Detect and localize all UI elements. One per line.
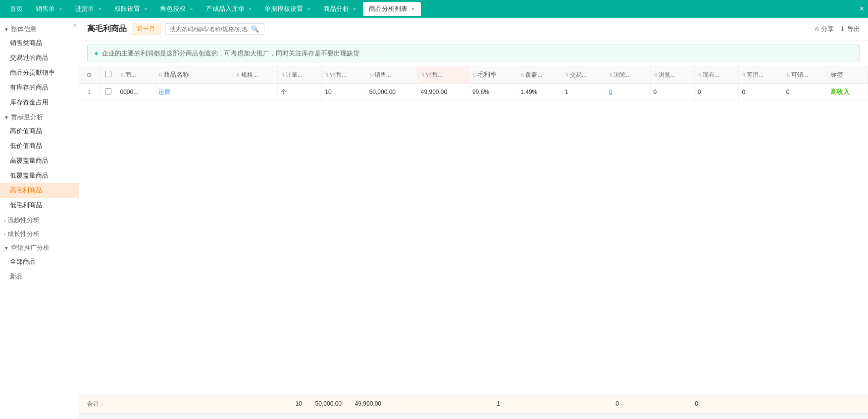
close-tab-template[interactable]: × — [307, 6, 310, 12]
close-tab-analysis[interactable]: × — [353, 6, 356, 12]
sidebar-item-low-value[interactable]: 低价值商品 — [0, 139, 79, 153]
sidebar-group-growth[interactable]: › 成长性分析 — [0, 227, 79, 240]
tab-product-analysis[interactable]: 商品分析 × — [317, 2, 362, 16]
sidebar-item-sales-goods[interactable]: 销售类商品 — [0, 36, 79, 50]
col-views2[interactable]: ⇅浏览... — [650, 66, 694, 84]
row-gross-rate: 99.8% — [469, 84, 517, 101]
sort-icon-unit: ⇅ — [281, 72, 285, 78]
col-sales-amount[interactable]: ⇅销售... — [366, 66, 417, 84]
tab-home[interactable]: 首页 — [4, 2, 29, 16]
sidebar-group-trend[interactable]: › 流趋性分析 — [0, 213, 79, 227]
sidebar-collapse-button[interactable]: « — [73, 22, 77, 29]
table-body: 1 0000... 运费 个 10 50,000.00 49,900.00 99… — [79, 84, 868, 101]
arrow-growth: › — [4, 232, 5, 237]
share-button[interactable]: ⎋ 分享 — [815, 25, 834, 34]
row-name[interactable]: 运费 — [155, 84, 233, 101]
sidebar-item-high-coverage[interactable]: 高覆盖量商品 — [0, 153, 79, 168]
sidebar-item-in-stock-goods[interactable]: 有库存的商品 — [0, 80, 79, 95]
content-header: 高毛利商品 近一月 🔍 ⎋ 分享 ⬇ 导出 — [79, 18, 868, 41]
select-all-checkbox[interactable] — [105, 71, 111, 77]
sort-icon-views1: ⇅ — [609, 72, 613, 78]
tab-sales-order[interactable]: 销售单 × — [30, 2, 68, 16]
col-stock-available[interactable]: ⇅可用... — [739, 66, 783, 84]
footer-sales-amount: 50,000.00 — [305, 398, 345, 409]
bottom-scrollbar[interactable] — [79, 413, 868, 419]
sidebar-item-high-margin[interactable]: 高毛利商品 — [0, 183, 79, 198]
footer-sales-qty: 10 — [275, 398, 305, 409]
sort-icon-spec: ⇅ — [236, 72, 240, 78]
col-sales-qty[interactable]: ⇅销售... — [322, 66, 366, 84]
arrow-overall: ▼ — [4, 27, 9, 32]
close-tab-analysis-list[interactable]: × — [411, 6, 414, 12]
row-checkbox[interactable] — [99, 84, 117, 101]
row-unit: 个 — [277, 84, 321, 101]
sort-icon-stock-available: ⇅ — [742, 72, 746, 78]
settings-icon[interactable]: ⚙ — [86, 71, 92, 79]
sort-icon-sales-amount: ⇅ — [369, 72, 373, 78]
row-sales-cost: 49,900.00 — [417, 84, 469, 101]
col-coverage[interactable]: ⇅覆盖... — [517, 66, 562, 84]
sidebar-group-contribution[interactable]: ▼ 贡献量分析 — [0, 110, 79, 124]
search-box: 🔍 — [165, 23, 264, 35]
close-tab-sales-order[interactable]: × — [59, 6, 62, 12]
tab-role-auth[interactable]: 角色授权 × — [154, 2, 199, 16]
col-stock-current[interactable]: ⇅现有... — [694, 66, 738, 84]
close-tab-purchase[interactable]: × — [98, 6, 101, 12]
sidebar-item-new-goods[interactable]: 新品 — [0, 269, 79, 284]
arrow-trend: › — [4, 218, 5, 223]
sidebar-item-high-value[interactable]: 高价值商品 — [0, 124, 79, 139]
tab-template-settings[interactable]: 单据模板设置 × — [258, 2, 316, 16]
col-spec[interactable]: ⇅规格... — [233, 66, 277, 84]
col-checkbox[interactable] — [99, 66, 117, 84]
col-unit[interactable]: ⇅计量... — [277, 66, 321, 84]
sidebar-item-stock-capital[interactable]: 库存资金占用 — [0, 95, 79, 110]
col-gross-rate[interactable]: ⇅毛利率 — [469, 66, 517, 84]
sidebar-item-low-coverage[interactable]: 低覆盖量商品 — [0, 168, 79, 183]
tab-product-analysis-list[interactable]: 商品分析列表 × — [363, 2, 420, 16]
sort-icon-name: ⇅ — [158, 72, 162, 78]
arrow-contribution: ▼ — [4, 115, 9, 120]
col-views1[interactable]: ⇅浏览... — [606, 66, 650, 84]
footer-sales-cost: 49,900.00 — [345, 398, 384, 409]
data-table: ⚙ ⇅商... ⇅商品名称 ⇅规格... — [79, 66, 868, 101]
footer-trade: 1 — [463, 398, 503, 409]
sidebar: « ▼ 整体信息 销售类商品 交易过的商品 商品分贡献销率 有库存的商品 库存资… — [0, 18, 79, 419]
top-navigation: 首页 销售单 × 进货单 × 权限设置 × 角色授权 × 产成品入库单 × 单据… — [0, 0, 868, 18]
main-container: « ▼ 整体信息 销售类商品 交易过的商品 商品分贡献销率 有库存的商品 库存资… — [0, 18, 868, 419]
row-views1[interactable]: 0 — [606, 84, 650, 101]
row-sku: 0000... — [117, 84, 155, 101]
col-sku[interactable]: ⇅商... — [117, 66, 155, 84]
tab-product-storage[interactable]: 产成品入库单 × — [200, 2, 257, 16]
row-stock-available: 0 — [739, 84, 783, 101]
sidebar-item-contribution-rate[interactable]: 商品分贡献销率 — [0, 65, 79, 80]
col-trade[interactable]: ⇅交易... — [562, 66, 606, 84]
row-stock-saleable: 0 — [783, 84, 827, 101]
sort-icon-gross-rate: ⇅ — [472, 72, 476, 78]
sidebar-item-traded-goods[interactable]: 交易过的商品 — [0, 50, 79, 65]
col-name[interactable]: ⇅商品名称 — [155, 66, 233, 84]
info-banner: ✦ 企业的主要的利润都是这部分商品创造的，可考虑加大推广，同时关注库存是不要出现… — [87, 45, 860, 62]
footer-bar: 合计： 10 50,000.00 49,900.00 1 0 0 — [79, 394, 868, 413]
sidebar-item-low-margin[interactable]: 低毛利商品 — [0, 198, 79, 213]
close-tab-permission[interactable]: × — [144, 6, 147, 12]
col-sales-cost[interactable]: ⇅销售... — [417, 66, 469, 84]
sidebar-item-all-goods[interactable]: 全部商品 — [0, 254, 79, 269]
tab-purchase-order[interactable]: 进货单 × — [69, 2, 107, 16]
close-tab-role[interactable]: × — [190, 6, 193, 12]
col-tag[interactable]: 标签 — [827, 66, 868, 84]
row-sales-qty: 10 — [322, 84, 366, 101]
window-close-button[interactable]: × — [860, 4, 864, 13]
sort-icon-views2: ⇅ — [654, 72, 658, 78]
export-button[interactable]: ⬇ 导出 — [840, 25, 860, 34]
sidebar-group-overall[interactable]: ▼ 整体信息 — [0, 22, 79, 36]
col-stock-saleable[interactable]: ⇅可销... — [783, 66, 827, 84]
row-sales-amount: 50,000.00 — [366, 84, 417, 101]
close-tab-product-storage[interactable]: × — [249, 6, 252, 12]
sidebar-group-marketing[interactable]: ▼ 营销推广分析 — [0, 240, 79, 254]
col-settings[interactable]: ⚙ — [79, 66, 99, 84]
search-icon[interactable]: 🔍 — [251, 25, 259, 33]
search-input[interactable] — [170, 26, 249, 33]
row-tag: 高收入 — [827, 84, 868, 101]
filter-period-button[interactable]: 近一月 — [132, 23, 160, 35]
tab-permission-settings[interactable]: 权限设置 × — [108, 2, 153, 16]
